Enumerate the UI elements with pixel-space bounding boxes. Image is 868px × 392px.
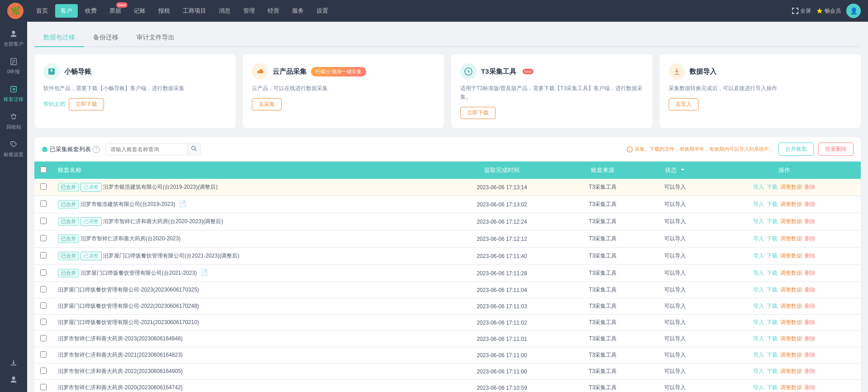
card3-download-btn[interactable]: 立即下载 [460, 107, 495, 119]
action-下载[interactable]: 下载 [767, 335, 778, 342]
sidebar-item-recycle[interactable]: 回收站 [2, 108, 25, 134]
action-导入[interactable]: 导入 [753, 235, 764, 242]
card1-download-btn[interactable]: 立即下载 [69, 98, 104, 110]
action-调整数据[interactable]: 调整数据 [780, 270, 802, 276]
action-导入[interactable]: 导入 [753, 319, 764, 325]
action-下载[interactable]: 下载 [767, 287, 778, 293]
action-调整数据[interactable]: 调整数据 [780, 384, 802, 391]
nav-item-tax[interactable]: 报税 [153, 4, 175, 18]
action-导入[interactable]: 导入 [753, 201, 764, 207]
row-checkbox-6[interactable] [40, 286, 47, 292]
tab-backup[interactable]: 备份迁移 [84, 29, 127, 47]
action-删除[interactable]: 删除 [805, 303, 816, 309]
merge-accounts-btn[interactable]: 合并账套 [778, 143, 814, 156]
action-导入[interactable]: 导入 [753, 335, 764, 342]
action-下载[interactable]: 下载 [767, 184, 778, 190]
action-导入[interactable]: 导入 [753, 384, 764, 391]
action-删除[interactable]: 删除 [805, 201, 816, 207]
action-调整数据[interactable]: 调整数据 [780, 319, 802, 325]
row-checkbox-1[interactable] [40, 201, 47, 207]
help-icon[interactable]: ? [93, 146, 100, 153]
action-调整数据[interactable]: 调整数据 [780, 235, 802, 242]
nav-item-fee[interactable]: 收费 [80, 4, 102, 18]
sidebar-item-zerodecl[interactable]: 0申报 [2, 53, 25, 79]
card2-collect-btn[interactable]: 去采集 [252, 98, 282, 110]
action-调整数据[interactable]: 调整数据 [780, 368, 802, 374]
action-下载[interactable]: 下载 [767, 319, 778, 325]
action-删除[interactable]: 删除 [805, 319, 816, 325]
action-删除[interactable]: 删除 [805, 218, 816, 225]
action-导入[interactable]: 导入 [753, 368, 764, 374]
action-导入[interactable]: 导入 [753, 218, 764, 225]
action-下载[interactable]: 下载 [767, 218, 778, 225]
tab-datapackage[interactable]: 数据包迁移 [34, 29, 84, 47]
action-下载[interactable]: 下载 [767, 352, 778, 358]
action-调整数据[interactable]: 调整数据 [780, 335, 802, 342]
action-删除[interactable]: 删除 [805, 335, 816, 342]
action-调整数据[interactable]: 调整数据 [780, 201, 802, 207]
fullscreen-btn[interactable]: 全屏 [792, 7, 811, 15]
action-下载[interactable]: 下载 [767, 270, 778, 276]
search-input[interactable] [106, 144, 187, 155]
nav-item-invoice[interactable]: 票据 new [104, 4, 127, 18]
nav-item-service[interactable]: 服务 [287, 4, 309, 18]
action-调整数据[interactable]: 调整数据 [780, 253, 802, 259]
action-导入[interactable]: 导入 [753, 184, 764, 190]
row-checkbox-4[interactable] [40, 252, 47, 258]
action-删除[interactable]: 删除 [805, 235, 816, 242]
action-删除[interactable]: 删除 [805, 352, 816, 358]
sidebar-item-tagsettings[interactable]: 标签设置 [2, 136, 25, 162]
row-checkbox-7[interactable] [40, 302, 47, 309]
action-导入[interactable]: 导入 [753, 303, 764, 309]
nav-item-bookkeep[interactable]: 记账 [128, 4, 151, 18]
member-btn[interactable]: 畅会员 [816, 7, 841, 15]
select-all-checkbox[interactable] [40, 167, 47, 173]
action-删除[interactable]: 删除 [805, 184, 816, 190]
action-导入[interactable]: 导入 [753, 253, 764, 259]
nav-item-operation[interactable]: 经营 [262, 4, 285, 18]
search-button[interactable] [187, 143, 200, 155]
action-删除[interactable]: 删除 [805, 384, 816, 391]
card4-import-btn[interactable]: 去导入 [669, 98, 698, 110]
batch-delete-btn[interactable]: 批量删除 [818, 143, 854, 156]
action-调整数据[interactable]: 调整数据 [780, 218, 802, 225]
row-checkbox-8[interactable] [40, 319, 47, 325]
action-下载[interactable]: 下载 [767, 368, 778, 374]
action-调整数据[interactable]: 调整数据 [780, 303, 802, 309]
action-删除[interactable]: 删除 [805, 253, 816, 259]
row-checkbox-3[interactable] [40, 235, 47, 241]
row-checkbox-2[interactable] [40, 218, 47, 224]
sidebar-item-migrate[interactable]: 账套迁移 [2, 81, 25, 106]
nav-item-manage[interactable]: 管理 [238, 4, 260, 18]
card1-help-link[interactable]: 帮助文档 [43, 100, 65, 108]
action-导入[interactable]: 导入 [753, 287, 764, 293]
action-导入[interactable]: 导入 [753, 270, 764, 276]
action-下载[interactable]: 下载 [767, 253, 778, 259]
row-checkbox-5[interactable] [40, 269, 47, 276]
action-调整数据[interactable]: 调整数据 [780, 287, 802, 293]
nav-item-bizproject[interactable]: 工商项目 [177, 4, 212, 18]
sidebar-item-allcustomers[interactable]: 全部客户 [2, 25, 25, 51]
nav-item-home[interactable]: 首页 [31, 4, 53, 18]
tab-audit[interactable]: 审计文件导出 [127, 29, 184, 47]
row-checkbox-9[interactable] [40, 335, 47, 341]
action-删除[interactable]: 删除 [805, 368, 816, 374]
action-调整数据[interactable]: 调整数据 [780, 352, 802, 358]
action-下载[interactable]: 下载 [767, 201, 778, 207]
action-导入[interactable]: 导入 [753, 352, 764, 358]
nav-item-message[interactable]: 消息 [213, 4, 236, 18]
sidebar-item-profile[interactable] [2, 371, 25, 388]
action-下载[interactable]: 下载 [767, 303, 778, 309]
action-删除[interactable]: 删除 [805, 287, 816, 293]
nav-item-settings[interactable]: 设置 [311, 4, 334, 18]
row-checkbox-11[interactable] [40, 368, 47, 374]
row-checkbox-12[interactable] [40, 384, 47, 390]
action-删除[interactable]: 删除 [805, 270, 816, 276]
row-checkbox-0[interactable] [40, 183, 47, 190]
nav-item-customer[interactable]: 客户 [55, 4, 78, 18]
action-下载[interactable]: 下载 [767, 235, 778, 242]
user-avatar[interactable]: 👤 [846, 4, 861, 18]
sidebar-item-download[interactable] [2, 354, 25, 371]
action-下载[interactable]: 下载 [767, 384, 778, 391]
row-checkbox-10[interactable] [40, 351, 47, 358]
